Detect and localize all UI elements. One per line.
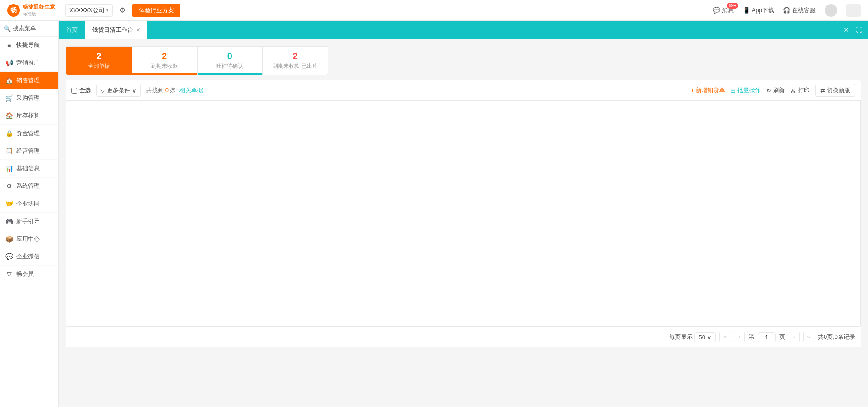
sidebar-item-cooperation[interactable]: 🤝 企业协同 [0,195,58,213]
cooperation-icon: 🤝 [5,200,13,207]
app-download-item[interactable]: 📱 App下载 [743,6,774,14]
app-download-label: App下载 [752,6,774,14]
sidebar-item-label: 营销推广 [16,59,40,67]
page-size-value: 50 [698,334,705,341]
tab-home-label: 首页 [66,26,78,34]
stats-tab-shipped-label: 到期未收款 已出库 [268,62,322,70]
sidebar-item-label: 采购管理 [16,94,40,102]
page-size-dropdown[interactable]: 50 ∨ [694,332,715,342]
print-button[interactable]: 🖨 打印 [790,86,810,94]
chevron-down-icon: ▾ [106,8,108,13]
message-badge: 99+ [727,3,738,9]
close-tab-icon[interactable]: ✕ [136,27,140,33]
sidebar-item-inventory[interactable]: 🏠 库存核算 [0,107,58,125]
new-order-button[interactable]: + 新增销货单 [691,86,725,94]
main-content: 2 全部单据 2 到期未收款 0 旺辅待确认 2 到期未收款 已出库 全选 ▽ [59,39,868,407]
toolbar-right: + 新增销货单 ⊞ 批量操作 ↻ 刷新 🖨 打印 ⇄ 切换新版 [691,84,855,97]
tab-close-button[interactable]: ✕ [841,24,852,35]
sidebar-item-label: 资金管理 [16,129,40,137]
logo-icon: 畅 [7,4,20,17]
sidebar-item-member[interactable]: ▽ 畅会员 [0,266,58,283]
stats-tab-all[interactable]: 2 全部单据 [66,47,132,75]
switch-version-button[interactable]: ⇄ 切换新版 [815,84,855,97]
inventory-icon: 🏠 [5,112,13,119]
print-icon: 🖨 [790,87,796,94]
user-dropdown[interactable] [846,4,861,17]
batch-icon: ⊞ [731,87,736,94]
sidebar-item-purchase[interactable]: 🛒 采购管理 [0,89,58,107]
page-input[interactable] [758,332,776,342]
app-center-icon: 📦 [5,235,13,243]
settings-button[interactable]: ⚙ [116,4,129,17]
header: 畅 畅捷通好生意 标准版 XXXXXX公司 ▾ ⚙ 体验行业方案 💬 消息 99… [0,0,868,21]
filter-button[interactable]: ▽ 更多条件 ∨ [96,84,141,97]
sidebar-item-marketing[interactable]: 📢 营销推广 [0,54,58,72]
member-icon: ▽ [5,271,13,278]
sidebar-item-sales[interactable]: 🏠 销售管理 [0,72,58,89]
sidebar-item-operations[interactable]: 📋 经营管理 [0,142,58,160]
select-all-checkbox[interactable]: 全选 [71,86,91,94]
pagination: 每页显示 50 ∨ « ‹ 第 页 › » 共0页,0条记录 [66,327,861,347]
stats-tab-shipped-num: 2 [268,51,322,61]
online-service-label: 在线客服 [792,6,816,14]
avatar[interactable] [825,4,837,17]
next-page-button[interactable]: › [789,332,800,342]
basic-info-icon: 📊 [5,165,13,172]
tab-home[interactable]: 首页 [59,21,85,39]
wechat-icon: 💬 [5,253,13,260]
select-all-input[interactable] [71,88,77,94]
stats-tab-all-num: 2 [72,51,126,61]
page-unit: 页 [779,333,785,341]
switch-label: 切换新版 [827,86,850,94]
refresh-button[interactable]: ↻ 刷新 [766,86,785,94]
refresh-label: 刷新 [773,86,785,94]
tab-daily-work[interactable]: 钱货日清工作台 ✕ [85,21,147,39]
batch-operation-button[interactable]: ⊞ 批量操作 [731,86,761,94]
company-name: XXXXXX公司 [69,6,104,14]
sidebar-item-label: 新手引导 [16,217,40,225]
message-item[interactable]: 💬 消息 99+ [713,6,734,14]
chevron-down-icon: ∨ [707,334,712,341]
sidebar-item-finance[interactable]: 🔒 资金管理 [0,125,58,142]
logo-text: 畅捷通好生意 标准版 [23,4,55,17]
tab-expand-button[interactable]: ⛶ [854,24,864,35]
select-all-label: 全选 [79,86,91,94]
sidebar-item-label: 应用中心 [16,235,40,243]
sidebar-item-app-center[interactable]: 📦 应用中心 [0,230,58,248]
search-icon: 🔍 [4,25,11,32]
page-label: 第 [748,333,754,341]
tab-bar: 首页 钱货日清工作台 ✕ ✕ ⛶ [59,21,868,39]
sidebar-item-system[interactable]: ⚙ 系统管理 [0,178,58,195]
sidebar-item-basic-info[interactable]: 📊 基础信息 [0,160,58,178]
last-page-button[interactable]: » [803,332,814,342]
sidebar-search[interactable]: 🔍 搜索菜单 [0,21,58,37]
stats-tab-overdue[interactable]: 2 到期未收款 [132,47,198,75]
sidebar-item-label: 销售管理 [16,76,40,84]
logo-area: 畅 畅捷通好生意 标准版 [7,4,61,17]
page-size-select: 每页显示 50 ∨ [669,332,715,342]
tutorial-icon: 🎮 [5,218,13,225]
prev-page-button[interactable]: ‹ [734,332,745,342]
stats-tab-pending-num: 0 [203,51,257,61]
sidebar-item-tutorial[interactable]: 🎮 新手引导 [0,213,58,230]
sidebar-item-label: 企业协同 [16,200,40,208]
finance-icon: 🔒 [5,130,13,137]
online-service-item[interactable]: 🎧 在线客服 [783,6,816,14]
stats-tab-overdue-num: 2 [137,51,192,61]
header-right: 💬 消息 99+ 📱 App下载 🎧 在线客服 [713,4,861,17]
sidebar: 🔍 搜索菜单 ≡ 快捷导航 📢 营销推广 🏠 销售管理 🛒 采购管理 🏠 库存核… [0,0,59,407]
tab-daily-work-label: 钱货日清工作台 [92,26,133,34]
stats-tab-shipped[interactable]: 2 到期未收款 已出库 [263,47,328,75]
sidebar-item-quick-nav[interactable]: ≡ 快捷导航 [0,37,58,54]
experience-button[interactable]: 体验行业方案 [132,4,180,17]
search-label: 搜索菜单 [13,24,36,33]
company-selector[interactable]: XXXXXX公司 ▾ [65,4,113,17]
stats-tab-pending[interactable]: 0 旺辅待确认 [198,47,263,75]
tab-bar-actions: ✕ ⛶ [841,24,868,35]
toolbar-left: 全选 ▽ 更多条件 ∨ 共找到 0 条 相关单据 [71,84,203,97]
first-page-button[interactable]: « [719,332,730,342]
sidebar-item-wechat[interactable]: 💬 企业微信 [0,248,58,266]
marketing-icon: 📢 [5,59,13,66]
related-orders-link[interactable]: 相关单据 [179,87,203,94]
sidebar-item-label: 基础信息 [16,164,40,173]
